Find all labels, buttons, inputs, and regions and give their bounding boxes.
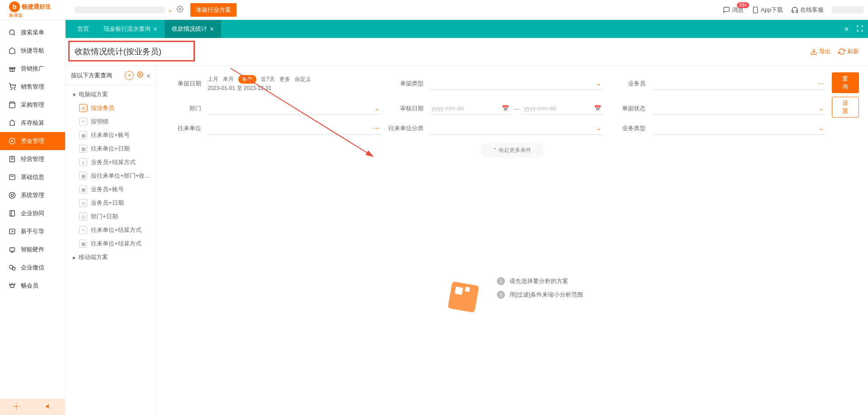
date-tab-0[interactable]: 上月 (208, 75, 218, 83)
date-tab-2[interactable]: 本年 (238, 75, 256, 84)
scheme-item[interactable]: ▦业务员+账号 (66, 183, 156, 196)
svg-point-0 (179, 8, 181, 10)
tab-2[interactable]: 收款情况统计✕ (165, 20, 221, 38)
experience-button[interactable]: 体验行业方案 (190, 3, 236, 17)
biz-type-label: 业务类型 (609, 124, 646, 132)
fullscreen-icon[interactable] (856, 25, 863, 33)
gear-icon[interactable] (176, 5, 184, 14)
scheme-item[interactable]: ◷按业务员 (66, 101, 156, 115)
guide-icon (8, 227, 16, 236)
scheme-item[interactable]: ⫿业务员+结算方式 (66, 156, 156, 169)
sidebar-item-stock[interactable]: 库存核算 (0, 114, 65, 132)
scheme-group[interactable]: ▾电脑端方案 (66, 88, 156, 101)
svg-line-4 (14, 34, 15, 35)
sidebar-item-label: 库存核算 (21, 119, 44, 127)
settings-icon[interactable] (13, 403, 20, 411)
refresh-button[interactable]: 刷新 (838, 47, 859, 56)
svg-rect-15 (9, 175, 15, 180)
sidebar-item-money[interactable]: 资金管理 (0, 132, 65, 150)
company-selector[interactable]: ⌄ (75, 6, 173, 13)
scheme-item-label: 业务员+日期 (91, 199, 124, 207)
partner-cat-label: 往来单位分类 (387, 124, 424, 132)
bar-icon: ⫿ (79, 158, 87, 166)
sidebar-item-cart[interactable]: 销售管理 (0, 78, 65, 96)
svg-rect-22 (10, 248, 15, 251)
scheme-gear-icon[interactable] (137, 71, 144, 80)
sidebar-item-label: 搜索菜单 (21, 28, 44, 37)
svg-point-24 (9, 265, 13, 269)
scheme-item[interactable]: ▦往来单位+结算方式 (66, 237, 156, 250)
export-button[interactable]: 导出 (810, 47, 831, 56)
vip-icon (8, 282, 16, 290)
scheme-item[interactable]: ⌗按明细 (66, 115, 156, 128)
sidebar-item-guide[interactable]: 新手引导 (0, 222, 65, 241)
sidebar-item-wx[interactable]: 企业微信 (0, 259, 65, 277)
sidebar-item-corp[interactable]: 企业协同 (0, 204, 65, 222)
scheme-item[interactable]: ◷业务员+日期 (66, 196, 156, 210)
scheme-group[interactable]: ▸移动端方案 (66, 250, 156, 264)
scheme-item[interactable]: ▦按往来单位+部门+收... (66, 169, 156, 183)
tab-1[interactable]: 现金银行流水查询✕ (96, 20, 165, 38)
partner-input[interactable]: ⋯ (208, 122, 381, 135)
sidebar-item-vip[interactable]: 畅会员 (0, 277, 65, 295)
sidebar-item-search[interactable]: 搜索菜单 (0, 24, 65, 42)
edition-label: 标准版 (9, 12, 23, 19)
grid-icon: ▦ (79, 131, 87, 139)
tab-label: 收款情况统计 (172, 25, 207, 33)
audit-date-to[interactable]: yyyy-mm-dd📅 (522, 102, 603, 115)
date-tab-1[interactable]: 本月 (223, 75, 234, 83)
doc-type-select[interactable]: ⌄ (430, 77, 604, 90)
step-2-text: 用[过滤]条件来缩小分析范围 (509, 291, 583, 299)
partner-cat-select[interactable]: ⌄ (430, 122, 604, 135)
sidebar-item-label: 系统管理 (21, 191, 44, 199)
messages-link[interactable]: 消息 99+ (723, 6, 744, 14)
dept-select[interactable]: ⌄ (208, 102, 381, 115)
collapse-conditions[interactable]: ⌃ 收起更多条件 (481, 143, 544, 158)
sidebar-item-info[interactable]: 基础信息 (0, 168, 65, 186)
tab-label: 首页 (77, 25, 89, 33)
sidebar-item-label: 智能硬件 (21, 245, 44, 254)
refresh-label: 刷新 (847, 47, 859, 56)
collapse-panel-icon[interactable]: « (146, 72, 150, 79)
setting-button[interactable]: 设置 (832, 97, 859, 118)
support-link[interactable]: 在线客服 (791, 6, 824, 14)
tab-label: 现金银行流水查询 (104, 25, 151, 33)
scheme-panel: 按以下方案查询 + « ▾电脑端方案◷按业务员⌗按明细▦往来单位+账号▦往来单位… (66, 66, 156, 415)
scheme-item[interactable]: ▦往来单位+账号 (66, 128, 156, 142)
salesman-label: 业务员 (609, 80, 646, 88)
sidebar-item-sys[interactable]: 系统管理 (0, 186, 65, 204)
tab-close-icon[interactable]: ✕ (210, 26, 214, 32)
date-tab-4[interactable]: 更多 (279, 75, 290, 83)
date-tab-5[interactable]: 自定义 (295, 75, 311, 83)
info-icon (8, 173, 16, 181)
sidebar-item-doc[interactable]: 经营管理 (0, 150, 65, 168)
step-1-text: 请先选择要分析的方案 (509, 277, 568, 285)
grid-icon: ▦ (79, 185, 87, 193)
scheme-item[interactable]: ⌗往来单位+结算方式 (66, 223, 156, 237)
sidebar-item-gift[interactable]: 营销推广 (0, 60, 65, 78)
sidebar-item-bag[interactable]: 采购管理 (0, 96, 65, 114)
add-scheme-icon[interactable]: + (125, 71, 134, 80)
query-button[interactable]: 查询 (832, 72, 859, 93)
chart-icon: ⌗ (79, 118, 87, 126)
user-area[interactable] (832, 6, 863, 14)
biz-type-select[interactable]: ⌄ (652, 122, 826, 135)
app-download-link[interactable]: App下载 (752, 6, 783, 14)
scheme-item[interactable]: ◷部门+日期 (66, 210, 156, 223)
date-tab-3[interactable]: 近7天 (261, 75, 275, 83)
sidebar-item-hw[interactable]: 智能硬件 (0, 241, 65, 259)
sidebar-item-home[interactable]: 快捷导航 (0, 42, 65, 60)
sidebar-bottom (0, 399, 65, 415)
corp-icon (8, 209, 16, 217)
tab-0[interactable]: 首页 (70, 20, 96, 38)
close-all-icon[interactable]: ✕ (840, 23, 853, 35)
sound-icon[interactable] (45, 403, 52, 411)
scheme-item[interactable]: ▦往来单位+日期 (66, 142, 156, 156)
salesman-input[interactable]: ⋯ (652, 77, 826, 90)
clock-icon: ◷ (79, 104, 87, 112)
doc-status-select[interactable]: ⌄ (652, 102, 826, 115)
messages-badge: 99+ (737, 2, 749, 8)
tab-close-icon[interactable]: ✕ (153, 26, 157, 32)
topbar: b 畅捷通好生 标准版 ⌄ 体验行业方案 消息 99+ App下载 在线客服 (0, 0, 868, 20)
audit-date-from[interactable]: yyyy-mm-dd📅 (430, 102, 511, 115)
